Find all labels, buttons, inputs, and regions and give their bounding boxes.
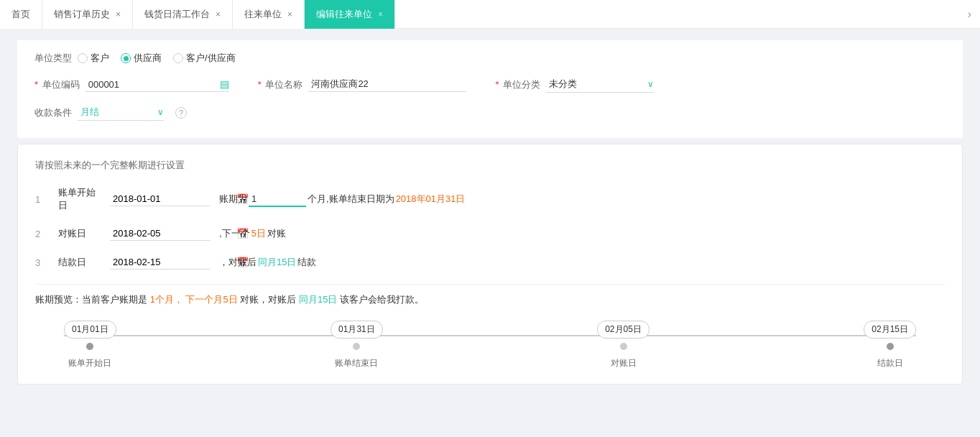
- node-dot-0: [86, 343, 93, 350]
- fields-row: * 单位编码 ▤ * 单位名称 * 单位分类: [34, 76, 946, 93]
- tabs-expand-button[interactable]: ›: [959, 8, 980, 21]
- tab-edit-partner-close[interactable]: ×: [378, 9, 383, 19]
- period-row-3: 3 结款日 📅 ，对账后 同月15日 结款: [35, 255, 945, 270]
- tab-cash-work-close[interactable]: ×: [216, 9, 221, 19]
- preview-part3: 同月15日: [299, 294, 337, 305]
- tab-sales-order-close[interactable]: ×: [116, 9, 121, 19]
- timeline-nodes: 01月01日 账单开始日 01月31日 账单结束日 02月05日 对账日 02月…: [35, 321, 945, 369]
- highlight-date-1: 2018年01月31日: [396, 193, 466, 206]
- timeline-node-1: 01月31日 账单结束日: [330, 321, 383, 369]
- node-date-1: 01月31日: [330, 321, 383, 339]
- date-input-3[interactable]: 📅: [110, 255, 211, 270]
- unit-category-value: 未分类: [546, 76, 647, 92]
- radio-both[interactable]: 客户/供应商: [173, 52, 236, 65]
- desc-prefix-2: ,下一个: [219, 227, 250, 240]
- unit-code-label: * 单位编码: [34, 78, 80, 91]
- node-date-2: 02月05日: [597, 321, 650, 339]
- row-num-3: 3: [35, 257, 50, 268]
- form-section: 单位类型 客户 供应商 客户/供应商 *: [17, 40, 963, 138]
- desc-prefix-3: ，对账后: [219, 256, 256, 269]
- highlight-text-3: 同月15日: [258, 256, 296, 269]
- row-label-2: 对账日: [58, 227, 101, 240]
- radio-supplier[interactable]: 供应商: [121, 52, 162, 65]
- preview-suffix: 该客户会给我打款。: [340, 294, 424, 305]
- desc-prefix-1: 账期为: [219, 193, 247, 206]
- period-row-1: 1 账单开始日 📅 账期为 个月,账单结束日期为 2018年01月31日: [35, 186, 945, 212]
- node-label-3: 结款日: [877, 357, 903, 369]
- period-row-2: 2 对账日 📅 ,下一个 5日 对账: [35, 226, 945, 241]
- desc-suffix-3: 结款: [297, 256, 316, 269]
- node-date-3: 02月15日: [864, 321, 916, 339]
- unit-type-label: 单位类型: [34, 52, 72, 65]
- help-icon[interactable]: ?: [175, 107, 187, 119]
- payment-value: 月结: [78, 104, 157, 120]
- timeline-node-2: 02月05日 对账日: [597, 321, 650, 369]
- preview-label: 账期预览：当前客户账期是: [35, 294, 147, 305]
- row-label-3: 结款日: [58, 256, 101, 269]
- node-label-0: 账单开始日: [68, 357, 111, 369]
- date-field-1[interactable]: [110, 192, 236, 206]
- card-title: 请按照未来的一个完整帐期进行设置: [35, 159, 945, 172]
- tab-cash-work[interactable]: 钱货日清工作台 ×: [133, 0, 233, 29]
- tab-home[interactable]: 首页: [0, 0, 42, 29]
- unit-code-input[interactable]: [85, 78, 220, 91]
- tab-cash-work-label: 钱货日清工作台: [144, 8, 210, 21]
- period-desc-3: ，对账后 同月15日 结款: [219, 256, 316, 269]
- timeline-node-0: 01月01日 账单开始日: [64, 321, 116, 369]
- unit-name-input[interactable]: [308, 78, 466, 92]
- tab-partner[interactable]: 往来单位 ×: [233, 0, 305, 29]
- preview-text: 账期预览：当前客户账期是 1个月， 下一个月5日 对账，对账后 同月15日 该客…: [35, 293, 945, 306]
- tab-sales-order[interactable]: 销售订单历史 ×: [42, 0, 133, 29]
- node-date-0: 01月01日: [64, 321, 116, 339]
- highlight-text-2: 5日: [251, 227, 266, 240]
- tab-partner-label: 往来单位: [244, 8, 282, 21]
- unit-name-field: * 单位名称: [258, 78, 467, 92]
- timeline-node-3: 02月15日 结款日: [864, 321, 916, 369]
- row-num-2: 2: [35, 229, 50, 239]
- radio-supplier-label: 供应商: [134, 52, 162, 65]
- date-input-2[interactable]: 📅: [110, 226, 211, 241]
- card-section: 请按照未来的一个完整帐期进行设置 1 账单开始日 📅 账期为 个月,账单结束日期…: [17, 144, 963, 385]
- period-desc-1: 账期为 个月,账单结束日期为 2018年01月31日: [219, 192, 465, 207]
- preview-middle: 对账，对账后: [240, 294, 296, 305]
- row-label-1: 账单开始日: [58, 186, 101, 212]
- node-dot-3: [887, 343, 894, 350]
- node-label-1: 账单结束日: [335, 357, 378, 369]
- copy-icon[interactable]: ▤: [220, 78, 229, 90]
- main-content: 单位类型 客户 供应商 客户/供应商 *: [0, 29, 980, 437]
- preview-part2: 下一个月5日: [185, 294, 237, 305]
- payment-row: 收款条件 月结 ∨ ?: [34, 104, 946, 121]
- radio-customer[interactable]: 客户: [78, 52, 109, 65]
- desc-suffix-1: 个月,账单结束日期为: [308, 193, 394, 206]
- unit-type-radio-group: 客户 供应商 客户/供应商: [78, 52, 236, 65]
- unit-code-input-group[interactable]: ▤: [85, 78, 229, 92]
- radio-customer-circle: [78, 53, 88, 63]
- radio-supplier-circle: [121, 53, 131, 63]
- unit-type-row: 单位类型 客户 供应商 客户/供应商: [34, 52, 946, 65]
- node-label-2: 对账日: [611, 357, 637, 369]
- payment-select[interactable]: 月结 ∨: [78, 104, 164, 121]
- tab-partner-close[interactable]: ×: [287, 9, 292, 19]
- tabs-bar: 首页 销售订单历史 × 钱货日清工作台 × 往来单位 × 编辑往来单位 × ›: [0, 0, 980, 29]
- date-field-3[interactable]: [110, 255, 236, 269]
- row-num-1: 1: [35, 194, 50, 205]
- period-desc-2: ,下一个 5日 对账: [219, 227, 286, 240]
- tab-edit-partner[interactable]: 编辑往来单位 ×: [305, 0, 395, 29]
- tab-sales-order-label: 销售订单历史: [54, 8, 110, 21]
- radio-both-label: 客户/供应商: [186, 52, 236, 65]
- date-input-1[interactable]: 📅: [110, 192, 211, 206]
- payment-dropdown-icon: ∨: [157, 107, 164, 117]
- unit-category-select[interactable]: 未分类 ∨: [546, 76, 654, 93]
- node-dot-2: [620, 343, 627, 350]
- payment-label: 收款条件: [34, 106, 72, 119]
- tab-edit-partner-label: 编辑往来单位: [316, 8, 372, 21]
- preview-part1: 1个月，: [150, 294, 183, 305]
- unit-category-field: * 单位分类 未分类 ∨: [495, 76, 654, 93]
- date-field-2[interactable]: [110, 226, 236, 240]
- radio-customer-label: 客户: [91, 52, 109, 65]
- month-input[interactable]: [249, 192, 306, 207]
- radio-both-circle: [173, 53, 183, 63]
- category-dropdown-icon: ∨: [647, 79, 654, 89]
- desc-suffix-2: 对账: [267, 227, 286, 240]
- preview-section: 账期预览：当前客户账期是 1个月， 下一个月5日 对账，对账后 同月15日 该客…: [35, 284, 945, 306]
